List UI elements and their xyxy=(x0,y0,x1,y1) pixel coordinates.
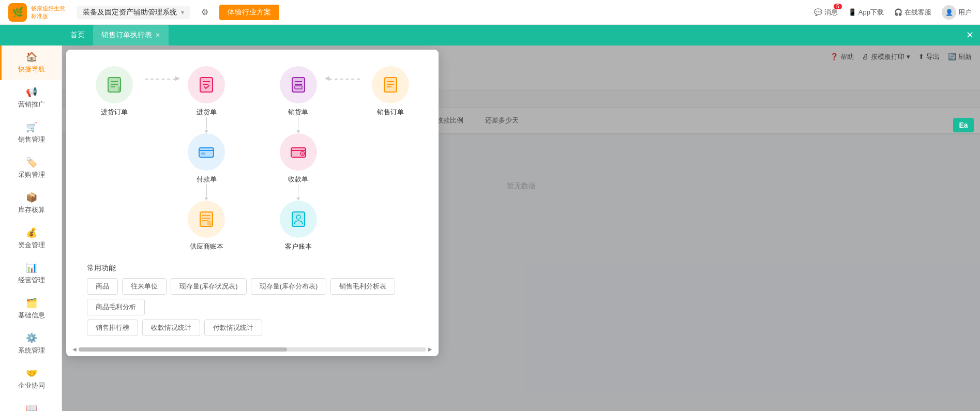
sidebar-item-guide[interactable]: 📖 新手引导 xyxy=(0,397,62,411)
window-close-icon[interactable]: ✕ xyxy=(966,30,974,40)
btn-stock-status[interactable]: 现存量(库存状况表) xyxy=(171,278,247,295)
node-sales[interactable]: 销货单 xyxy=(271,66,326,117)
btn-counterparty[interactable]: 往来单位 xyxy=(122,278,167,295)
system-title-area[interactable]: 装备及固定资产辅助管理系统 ▾ xyxy=(77,6,190,19)
common-buttons-row2: 销售排行榜 收款情况统计 付款情况统计 xyxy=(87,319,418,336)
logo-text: 畅康通好生意 标准版 xyxy=(31,5,65,20)
btn-stock-dist[interactable]: 现存量(库存分布表) xyxy=(251,278,327,295)
receipt-label: 收款单 xyxy=(288,175,308,184)
btn-receipt-stats[interactable]: 收款情况统计 xyxy=(142,319,200,336)
top-header: 🌿 畅康通好生意 标准版 装备及固定资产辅助管理系统 ▾ ⚙ 体验行业方案 💬 … xyxy=(0,0,980,25)
tab-bar-right: ✕ xyxy=(966,29,974,41)
supplier-ledger-circle xyxy=(188,201,225,238)
svg-rect-23 xyxy=(201,153,205,155)
headset-icon: 🎧 xyxy=(894,8,902,16)
supplier-ledger-label: 供应商账本 xyxy=(190,242,223,251)
user-area[interactable]: 👤 用户 xyxy=(942,5,972,20)
flow-row-1: 进货订单 ▶ 进货单 xyxy=(87,66,418,117)
sidebar-item-system[interactable]: ⚙️ 系统管理 xyxy=(0,326,62,361)
main-content: ❓ 帮助 🖨 按模板打印 ▾ ⬆ 导出 🔄 刷新 📅 单据状态 ▾ 查询 设置 … xyxy=(62,45,980,411)
btn-sales-rank[interactable]: 销售排行榜 xyxy=(87,319,138,336)
online-service-button[interactable]: 🎧 在线客服 xyxy=(894,8,931,17)
system-icon: ⚙️ xyxy=(26,332,37,344)
scroll-left-icon[interactable]: ◀ xyxy=(70,346,79,352)
header-right: 💬 消息 5 📱 App下载 🎧 在线客服 👤 用户 xyxy=(814,5,972,20)
tab-home[interactable]: 首页 xyxy=(62,25,93,45)
system-title: 装备及固定资产辅助管理系统 xyxy=(83,8,177,17)
tab-close-icon[interactable]: ✕ xyxy=(155,32,160,39)
arrow-so-to-s: ◀ xyxy=(326,79,363,104)
btn-payment-stats[interactable]: 付款情况统计 xyxy=(204,319,262,336)
sidebar-item-finance[interactable]: 💰 资金管理 xyxy=(0,221,62,256)
sidebar-item-quick-nav[interactable]: 🏠 快捷导航 xyxy=(0,45,62,80)
down-arrow-receipt: ▼ xyxy=(271,184,326,196)
operations-icon: 📊 xyxy=(26,262,37,273)
sales-order-circle xyxy=(372,66,409,103)
popup-scrollbar-area: ◀ ▶ xyxy=(66,344,439,356)
sales-circle xyxy=(280,66,317,103)
message-button[interactable]: 💬 消息 5 xyxy=(814,8,838,17)
node-sales-order[interactable]: 销售订单 xyxy=(363,66,418,117)
svg-rect-20 xyxy=(199,148,214,157)
download-icon: 📱 xyxy=(848,8,856,16)
down-arrow-purchase: ▼ xyxy=(179,117,234,129)
receipt-circle: ¥ xyxy=(280,133,317,171)
purchase-icon: 🏷️ xyxy=(26,157,37,168)
btn-goods[interactable]: 商品 xyxy=(87,278,118,295)
purchase-label: 进货单 xyxy=(197,108,217,117)
btn-goods-margin[interactable]: 商品毛利分析 xyxy=(87,299,145,315)
flow-row-2: 付款单 ¥ 收款单 xyxy=(87,133,418,184)
purchase-order-label: 进货订单 xyxy=(101,108,128,117)
customer-ledger-circle xyxy=(280,201,317,238)
sidebar-item-marketing[interactable]: 📢 营销推广 xyxy=(0,80,62,115)
node-supplier-ledger[interactable]: 供应商账本 xyxy=(179,201,234,251)
node-payment[interactable]: 付款单 xyxy=(179,133,234,184)
sidebar-item-operations[interactable]: 📊 经营管理 xyxy=(0,256,62,291)
sidebar-item-basic[interactable]: 🗂️ 基础信息 xyxy=(0,291,62,326)
payment-circle xyxy=(188,133,225,171)
tab-sales-order[interactable]: 销售订单执行表 ✕ xyxy=(93,25,169,45)
sidebar-item-enterprise[interactable]: 🤝 企业协同 xyxy=(0,361,62,397)
gear-button[interactable]: ⚙ xyxy=(197,4,213,21)
app-download-button[interactable]: 📱 App下载 xyxy=(848,8,884,17)
svg-text:¥: ¥ xyxy=(301,151,304,156)
home-icon: 🏠 xyxy=(26,51,37,63)
btn-sales-margin[interactable]: 销售毛利分析表 xyxy=(330,278,395,295)
guide-icon: 📖 xyxy=(26,403,37,411)
node-purchase[interactable]: 进货单 xyxy=(179,66,234,117)
logo-icon: 🌿 xyxy=(8,3,27,22)
purchase-order-circle xyxy=(96,66,133,103)
enterprise-icon: 🤝 xyxy=(26,368,37,379)
sidebar-item-sales[interactable]: 🛒 销售管理 xyxy=(0,115,62,150)
payment-label: 付款单 xyxy=(197,175,217,184)
down-arrow-sales: ▼ xyxy=(271,117,326,129)
ea-badge: Ea xyxy=(953,118,974,132)
message-badge: 5 xyxy=(834,4,842,9)
node-customer-ledger[interactable]: 客户账本 xyxy=(271,201,326,251)
sales-label: 销货单 xyxy=(288,108,308,117)
sidebar: 🔍 搜索菜单 🏠 快捷导航 📢 营销推广 🛒 销售管理 🏷️ 采购管理 📦 库存… xyxy=(0,25,62,411)
tab-bar: 首页 销售订单执行表 ✕ ✕ xyxy=(0,25,980,45)
popup: 进货订单 ▶ 进货单 xyxy=(66,50,439,356)
basic-icon: 🗂️ xyxy=(26,297,37,309)
scroll-right-icon[interactable]: ▶ xyxy=(426,346,434,352)
marketing-icon: 📢 xyxy=(26,86,37,98)
scrollbar-track[interactable] xyxy=(79,347,426,352)
common-buttons-row1: 商品 往来单位 现存量(库存状况表) 现存量(库存分布表) 销售毛利分析表 商品… xyxy=(87,278,418,315)
header-left: 🌿 畅康通好生意 标准版 装备及固定资产辅助管理系统 ▾ ⚙ 体验行业方案 xyxy=(8,3,279,22)
flow-area: 进货订单 ▶ 进货单 xyxy=(66,50,439,260)
finance-icon: 💰 xyxy=(26,227,37,238)
popup-overlay: 进货订单 ▶ 进货单 xyxy=(62,45,980,411)
trial-button[interactable]: 体验行业方案 xyxy=(219,5,279,20)
vertical-arrows-row: ▼ ▼ xyxy=(87,117,418,129)
sales-order-label: 销售订单 xyxy=(377,108,404,117)
inventory-icon: 📦 xyxy=(26,192,37,203)
common-functions-section: 常用功能 商品 往来单位 现存量(库存状况表) 现存量(库存分布表) 销售毛利分… xyxy=(66,260,439,344)
node-purchase-order[interactable]: 进货订单 xyxy=(87,66,142,117)
node-receipt[interactable]: ¥ 收款单 xyxy=(271,133,326,184)
sidebar-item-purchase[interactable]: 🏷️ 采购管理 xyxy=(0,150,62,186)
avatar: 👤 xyxy=(942,5,956,20)
arrow-po-to-p: ▶ xyxy=(142,79,179,104)
flow-row-3: 供应商账本 客户账本 xyxy=(87,201,418,251)
sidebar-item-inventory[interactable]: 📦 库存核算 xyxy=(0,186,62,221)
